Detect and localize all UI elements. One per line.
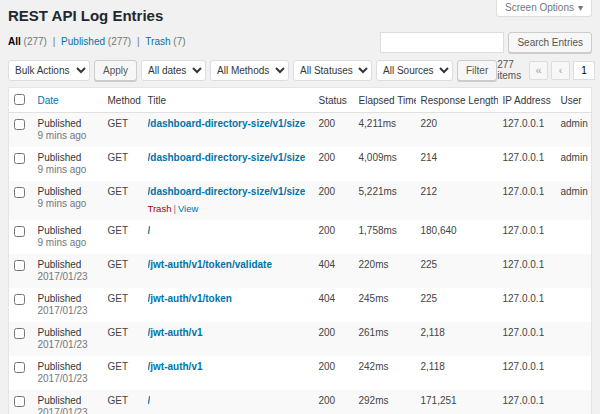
row-title-link[interactable]: /jwt-auth/v1/token bbox=[148, 293, 232, 305]
row-elapsed-time: 4,211ms bbox=[354, 113, 416, 148]
row-user bbox=[556, 254, 592, 288]
row-response-length: 214 bbox=[416, 147, 498, 181]
row-publish-state: Published bbox=[38, 293, 98, 305]
row-title-link[interactable]: /jwt-auth/v1 bbox=[148, 327, 203, 339]
row-method: GET bbox=[103, 288, 143, 322]
row-publish-state: Published bbox=[38, 225, 98, 237]
search-button[interactable]: Search Entries bbox=[508, 32, 592, 53]
table-header: Date Method Title Status Elapsed Time Re… bbox=[9, 88, 592, 113]
row-status: 200 bbox=[314, 113, 354, 148]
row-status: 200 bbox=[314, 147, 354, 181]
row-checkbox[interactable] bbox=[14, 226, 25, 237]
select-all-checkbox[interactable] bbox=[14, 94, 25, 105]
first-page-button: « bbox=[529, 61, 548, 80]
search-input[interactable] bbox=[380, 32, 504, 53]
row-response-length: 180,640 bbox=[416, 220, 498, 254]
view-all-count: (277) bbox=[24, 36, 47, 47]
row-ip-address: 127.0.0.1 bbox=[498, 254, 556, 288]
bulk-actions-select[interactable]: Bulk Actions bbox=[8, 60, 90, 81]
row-title-link[interactable]: /dashboard-directory-size/v1/size bbox=[148, 152, 306, 164]
filter-button[interactable]: Filter bbox=[457, 60, 497, 81]
row-checkbox[interactable] bbox=[14, 362, 25, 373]
trash-action-link[interactable]: Trash bbox=[148, 203, 172, 214]
row-user bbox=[556, 356, 592, 390]
row-date-cell: Published 2017/01/23 bbox=[33, 322, 103, 356]
row-method: GET bbox=[103, 181, 143, 220]
prev-page-button: ‹ bbox=[551, 61, 570, 80]
row-title-cell: /dashboard-directory-size/v1/size Trash|… bbox=[143, 181, 314, 220]
bulk-and-filter-actions: Bulk Actions Apply All dates All Methods… bbox=[8, 60, 497, 81]
row-ip-address: 127.0.0.1 bbox=[498, 390, 556, 414]
row-date: 2017/01/23 bbox=[38, 339, 98, 351]
row-method: GET bbox=[103, 390, 143, 414]
view-published-count: (277) bbox=[108, 36, 131, 47]
row-response-length: 212 bbox=[416, 181, 498, 220]
view-all-link[interactable]: All (277) bbox=[8, 36, 47, 47]
row-response-length: 2,118 bbox=[416, 356, 498, 390]
row-date: 2017/01/23 bbox=[38, 373, 98, 385]
sort-by-date-link[interactable]: Date bbox=[38, 95, 59, 106]
chevron-down-icon: ▾ bbox=[578, 2, 583, 13]
column-header-status: Status bbox=[314, 88, 354, 113]
row-checkbox[interactable] bbox=[14, 187, 25, 198]
row-title-cell: /jwt-auth/v1/token bbox=[143, 288, 314, 322]
view-action-link[interactable]: View bbox=[178, 203, 198, 214]
view-trash-count: (7) bbox=[173, 36, 185, 47]
table-row: Published 9 mins ago GET /dashboard-dire… bbox=[9, 113, 592, 148]
view-filter-all: All (277) | bbox=[8, 36, 61, 47]
row-elapsed-time: 5,221ms bbox=[354, 181, 416, 220]
row-checkbox[interactable] bbox=[14, 294, 25, 305]
dates-filter-select[interactable]: All dates bbox=[141, 60, 206, 81]
row-checkbox[interactable] bbox=[14, 153, 25, 164]
row-user: admin bbox=[556, 181, 592, 220]
table-row: Published 2017/01/23 GET /jwt-auth/v1 20… bbox=[9, 322, 592, 356]
methods-filter-select[interactable]: All Methods bbox=[210, 60, 289, 81]
row-user bbox=[556, 288, 592, 322]
view-trash-link[interactable]: Trash (7) bbox=[145, 36, 185, 47]
row-title-link[interactable]: /dashboard-directory-size/v1/size bbox=[148, 118, 306, 130]
row-status: 404 bbox=[314, 254, 354, 288]
screen-options-button[interactable]: Screen Options ▾ bbox=[496, 0, 592, 17]
row-title-cell: / bbox=[143, 220, 314, 254]
view-published-link[interactable]: Published (277) bbox=[61, 36, 131, 47]
row-ip-address: 127.0.0.1 bbox=[498, 220, 556, 254]
row-ip-address: 127.0.0.1 bbox=[498, 322, 556, 356]
row-publish-state: Published bbox=[38, 118, 98, 130]
row-date: 9 mins ago bbox=[38, 164, 98, 176]
row-actions-separator: | bbox=[173, 203, 175, 214]
apply-button[interactable]: Apply bbox=[94, 60, 137, 81]
table-row: Published 9 mins ago GET /dashboard-dire… bbox=[9, 181, 592, 220]
row-date-cell: Published 9 mins ago bbox=[33, 220, 103, 254]
row-date: 2017/01/23 bbox=[38, 271, 98, 283]
row-checkbox[interactable] bbox=[14, 328, 25, 339]
row-response-length: 2,118 bbox=[416, 322, 498, 356]
row-date-cell: Published 2017/01/23 bbox=[33, 390, 103, 414]
row-title-link[interactable]: /jwt-auth/v1/token/validate bbox=[148, 259, 272, 271]
row-elapsed-time: 242ms bbox=[354, 356, 416, 390]
row-title-link[interactable]: / bbox=[148, 225, 151, 237]
current-page-input[interactable] bbox=[573, 61, 595, 80]
row-date-cell: Published 9 mins ago bbox=[33, 181, 103, 220]
row-status: 404 bbox=[314, 288, 354, 322]
row-checkbox[interactable] bbox=[14, 396, 25, 407]
row-title-link[interactable]: / bbox=[148, 395, 151, 407]
row-checkbox[interactable] bbox=[14, 260, 25, 271]
sources-filter-select[interactable]: All Sources bbox=[376, 60, 453, 81]
row-date-cell: Published 2017/01/23 bbox=[33, 254, 103, 288]
row-user bbox=[556, 390, 592, 414]
row-title-link[interactable]: /jwt-auth/v1 bbox=[148, 361, 203, 373]
row-ip-address: 127.0.0.1 bbox=[498, 147, 556, 181]
row-actions: Trash|View bbox=[148, 201, 309, 215]
statuses-filter-select[interactable]: All Statuses bbox=[293, 60, 372, 81]
row-date: 9 mins ago bbox=[38, 130, 98, 142]
row-checkbox[interactable] bbox=[14, 119, 25, 130]
row-publish-state: Published bbox=[38, 259, 98, 271]
row-title-link[interactable]: /dashboard-directory-size/v1/size bbox=[148, 186, 306, 198]
row-user bbox=[556, 322, 592, 356]
view-filter-trash: Trash (7) bbox=[145, 36, 185, 47]
row-response-length: 225 bbox=[416, 254, 498, 288]
column-header-ip-address: IP Address bbox=[498, 88, 556, 113]
row-elapsed-time: 261ms bbox=[354, 322, 416, 356]
row-elapsed-time: 220ms bbox=[354, 254, 416, 288]
row-elapsed-time: 292ms bbox=[354, 390, 416, 414]
